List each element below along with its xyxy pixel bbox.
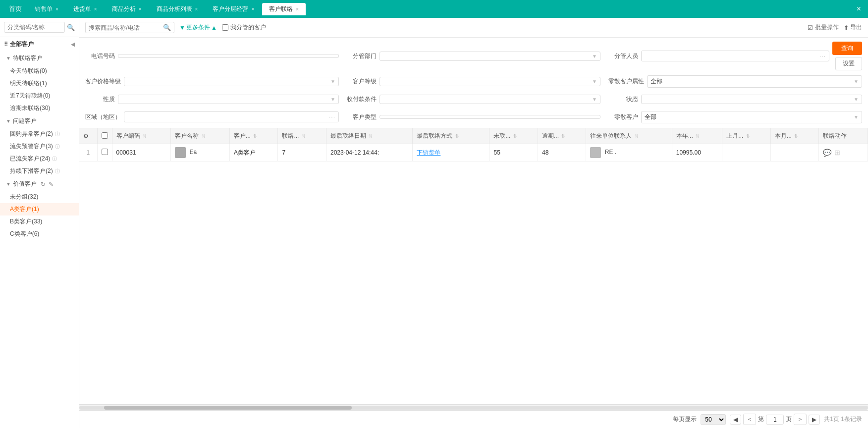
sidebar-item-declining[interactable]: 持续下滑客户(2) ⓘ	[0, 165, 79, 177]
person-input[interactable]: ···	[641, 51, 829, 61]
payment-select[interactable]: ▼	[380, 95, 600, 104]
search-button[interactable]: 查询	[832, 42, 862, 55]
sidebar-item-repurchase-abnormal[interactable]: 回购异常客户(2) ⓘ	[0, 128, 79, 140]
th-code-sort-icon: ⇅	[143, 134, 147, 139]
filter-row-status: 状态 ▼	[608, 92, 862, 106]
nav-tab-customer-tier-close[interactable]: ×	[251, 6, 254, 12]
nature-select[interactable]: ▼	[118, 95, 339, 104]
more-conditions-btn[interactable]: ▼ 更多条件 ▲	[179, 23, 217, 32]
nav-home[interactable]: 首页	[4, 2, 27, 15]
sidebar-item-a-class[interactable]: A类客户(1)	[0, 203, 79, 215]
dept-select[interactable]: ▼	[380, 52, 600, 61]
page-number-input[interactable]	[766, 415, 784, 425]
select-all-checkbox[interactable]	[102, 132, 108, 139]
th-last-month: 上月... ⇅	[722, 128, 771, 144]
first-page-btn[interactable]: ◀	[730, 415, 741, 425]
sidebar-item-tomorrow-pending[interactable]: 明天待联络(1)	[0, 77, 79, 90]
row-action-chat-icon[interactable]: 💬	[823, 149, 831, 157]
scrollbar-track	[79, 406, 868, 410]
sidebar-item-7day-pending[interactable]: 近7天待联络(0)	[0, 90, 79, 102]
nav-tab-analysis-close[interactable]: ×	[139, 6, 142, 12]
price-level-select[interactable]: ▼	[124, 77, 339, 86]
next-page-btn[interactable]: ＞	[794, 414, 807, 425]
sidebar-item-overdue-pending[interactable]: 逾期未联络(30)	[0, 102, 79, 114]
prev-page-btn[interactable]: ＜	[743, 414, 756, 425]
filter-search-input[interactable]	[89, 24, 161, 31]
row-actions-cell: 💬 ⊞	[819, 144, 868, 161]
filter-row-retail-attr: 零散客户属性 全部 ▼	[608, 74, 862, 88]
th-checkbox	[97, 128, 112, 144]
customer-level-select[interactable]: ▼	[380, 77, 600, 86]
sidebar-all-customers[interactable]: ⠿ 全部客户 ◀	[0, 37, 79, 52]
th-last-method: 最后联络方式 ⇅	[413, 128, 489, 144]
row-name-text: Ea	[190, 149, 197, 156]
sidebar-item-churned[interactable]: 已流失客户(24) ⓘ	[0, 153, 79, 165]
scrollbar-thumb[interactable]	[104, 406, 352, 410]
sidebar-group-pending[interactable]: ▼ 待联络客户	[0, 52, 79, 65]
my-customers-checkbox[interactable]	[222, 24, 228, 31]
retail-attr-value: 全部	[651, 77, 662, 86]
per-page-label: 每页显示	[673, 415, 697, 424]
nav-tab-analysis-label: 商品分析	[112, 5, 136, 13]
sidebar-collapse-btn[interactable]: ◀	[71, 42, 75, 47]
row-actions-container: 💬 ⊞	[823, 149, 864, 157]
person-dots-icon: ···	[819, 53, 826, 59]
sidebar-group-problem[interactable]: ▼ 问题客户	[0, 114, 79, 128]
th-contact-person-label: 往来单位联系人	[590, 132, 632, 139]
last-page-btn[interactable]: ▶	[809, 415, 820, 425]
nav-tab-sales-close[interactable]: ×	[55, 6, 58, 12]
row-overdue: 48	[538, 144, 586, 161]
export-icon: ⬆	[844, 24, 849, 31]
retail-customer-label: 零散客户	[608, 113, 638, 121]
nav-tab-analysis[interactable]: 商品分析 ×	[105, 3, 149, 15]
sidebar-item-b-class[interactable]: B类客户(33)	[0, 215, 79, 228]
row-last-method-link[interactable]: 下销货单	[417, 149, 440, 156]
sidebar-search-icon[interactable]: 🔍	[67, 24, 75, 31]
nav-tab-sales[interactable]: 销售单 ×	[28, 3, 65, 15]
nav-tab-purchase[interactable]: 进货单 ×	[66, 3, 104, 15]
retail-customer-select[interactable]: 全部 ▼	[641, 111, 862, 123]
th-overdue-sort-icon: ⇅	[561, 134, 565, 139]
sidebar-search-area: 🔍	[0, 18, 79, 37]
batch-ops-btn[interactable]: ☑ 批量操作	[808, 23, 839, 32]
sidebar-item-today-pending[interactable]: 今天待联络(0)	[0, 65, 79, 77]
row-checkbox[interactable]	[102, 149, 108, 155]
retail-attr-select[interactable]: 全部 ▼	[647, 75, 862, 88]
per-page-select[interactable]: 50 100 200	[701, 414, 726, 425]
value-group-edit-icon[interactable]: ✎	[49, 181, 54, 188]
bottom-bar: 每页显示 50 100 200 ◀ ＜ 第 页 ＞ ▶ 共1页 1条记录	[79, 410, 868, 428]
th-type: 客户... ⇅	[229, 128, 278, 144]
sidebar-search-input[interactable]	[4, 22, 65, 33]
row-action-grid-icon[interactable]: ⊞	[834, 149, 840, 157]
value-group-refresh-icon[interactable]: ↻	[41, 181, 46, 188]
sidebar-item-churn-warning[interactable]: 流失预警客户(3) ⓘ	[0, 140, 79, 153]
nav-tab-customer-contact-close[interactable]: ×	[296, 6, 299, 12]
row-not-contact: 55	[489, 144, 538, 161]
status-select[interactable]: ▼	[641, 95, 862, 104]
th-gear[interactable]: ⚙	[79, 128, 97, 144]
customer-type-input[interactable]	[380, 115, 600, 119]
region-input[interactable]: ···	[124, 111, 339, 122]
sidebar-item-unclassified[interactable]: 未分组(32)	[0, 191, 79, 203]
nav-tab-purchase-close[interactable]: ×	[94, 6, 97, 12]
nav-tab-customer-contact[interactable]: 客户联络 ×	[262, 3, 306, 15]
export-btn[interactable]: ⬆ 导出	[844, 23, 862, 32]
table-row: 1 000031 Ea A类客户 7 2023-04-12 14:44:	[79, 144, 868, 161]
horizontal-scrollbar[interactable]	[79, 404, 868, 410]
th-code-label: 客户编码	[116, 132, 140, 139]
sidebar-item-b-class-label: B类客户(33)	[10, 217, 42, 226]
page-suffix: 页	[786, 415, 792, 424]
sidebar-group-value[interactable]: ▼ 价值客户 ↻ ✎	[0, 177, 79, 191]
th-contact-person: 往来单位联系人 ⇅	[586, 128, 672, 144]
th-not-contact-sort-icon: ⇅	[513, 134, 517, 139]
window-close-button[interactable]: ×	[854, 4, 864, 13]
filter-search-icon[interactable]: 🔍	[163, 24, 171, 31]
nav-tab-analysis-list[interactable]: 商品分析列表 ×	[150, 3, 205, 15]
my-customers-filter[interactable]: 我分管的客户	[222, 23, 266, 32]
nav-tab-customer-tier[interactable]: 客户分层经营 ×	[206, 3, 261, 15]
nav-tab-analysis-list-close[interactable]: ×	[195, 6, 198, 12]
settings-button[interactable]: 设置	[835, 57, 862, 70]
phone-input[interactable]	[118, 54, 339, 58]
sidebar-item-c-class[interactable]: C类客户(6)	[0, 228, 79, 240]
filter-icon: ▼	[179, 24, 185, 31]
